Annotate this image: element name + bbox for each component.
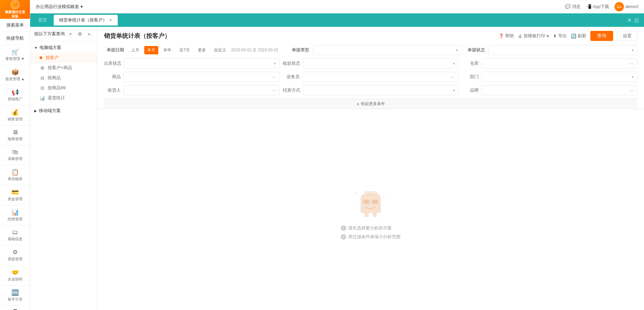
page-actions: ❓ 帮助 🖨 按模板打印 ▾ ⬆ 导出 🔄 <box>498 31 637 41</box>
outstatus-label: 出库状态 <box>104 60 121 66</box>
date-btn-7days[interactable]: 近7天 <box>176 46 193 54</box>
settings-button[interactable]: 设置 <box>617 31 637 41</box>
table-icon2: ⊟ <box>40 85 45 91</box>
salesman-dots-icon[interactable]: ··· <box>451 74 455 80</box>
scheme-item-customer-label: 按客户 <box>46 55 59 61</box>
filter-item-settlement: 结算方式 ▾ <box>283 85 458 95</box>
product-dots-icon[interactable]: ··· <box>272 74 276 80</box>
retail-icon: 🛒 <box>1 48 29 56</box>
sidebar-item-finance[interactable]: 💳 资金管理 <box>0 185 30 205</box>
settlement-label: 结算方式 <box>283 87 300 93</box>
query-button[interactable]: 查询 <box>590 31 613 41</box>
date-range-display: 2023-03-01 至 2023-03-31 <box>231 47 278 53</box>
base-icon: 🗂 <box>1 229 29 236</box>
scheme-item-by-product99[interactable]: ⊟ 按商品99 <box>30 83 97 93</box>
logo-icon: 🧡 <box>10 0 20 9</box>
scheme-item-product99-label: 按商品99 <box>48 85 65 91</box>
collapse-up-icon: ∧ <box>357 102 360 106</box>
page-title-row: 销货单统计表（按客户） ❓ 帮助 🖨 按模板打印 ▾ ⬆ <box>104 31 637 41</box>
order-status-arrow: ▾ <box>632 48 634 52</box>
header-left: 办公用品行业模拟账套 ▾ <box>36 4 83 10</box>
message-icon: 💬 <box>565 4 571 9</box>
sidebar-item-ecommerce[interactable]: 🖥 电商管理 <box>0 125 30 145</box>
tab-home[interactable]: 首页 <box>33 15 52 25</box>
scheme-item-customer-product[interactable]: ⊞ 按客户+商品 <box>30 63 97 73</box>
sidebar-item-enterprise[interactable]: 🤝 企业协同 <box>0 265 30 286</box>
order-type-label: 单据类型 <box>289 47 309 53</box>
sidebar-item-purchase[interactable]: 🛍 采购管理 <box>0 145 30 165</box>
recipient-dots-icon[interactable]: ··· <box>272 88 276 93</box>
avatar: Ea <box>614 2 624 11</box>
print-icon: 🖨 <box>518 34 522 39</box>
date-btn-custom[interactable]: 自定义 <box>211 46 229 54</box>
refresh-btn[interactable]: 🔄 刷新 <box>571 33 586 39</box>
app-download-btn[interactable]: 📲 App下载 <box>586 4 609 10</box>
payment-dropdown[interactable]: ▾ <box>303 58 458 68</box>
outstatus-dropdown[interactable]: ▾ <box>124 58 279 68</box>
order-type-dropdown[interactable]: ▾ <box>313 45 462 55</box>
brand-field[interactable]: ··· <box>481 85 637 95</box>
collapse-panel-btn[interactable]: « <box>86 30 93 38</box>
account-selector[interactable]: 办公用品行业模拟账套 ▾ <box>36 4 83 10</box>
user-profile[interactable]: Ea demo2 <box>614 2 639 11</box>
sidebar-item-retail[interactable]: 🛒 零售管理 ▼ <box>0 45 30 65</box>
sidebar-item-appcenter[interactable]: 📱 应用中心 <box>0 306 30 310</box>
warehouse-dots-icon[interactable]: ··· <box>630 61 634 66</box>
logo-text: 畅捷通好生意 <box>5 10 25 14</box>
scheme-group-pc-title[interactable]: ▼ 电脑端方案 <box>30 43 97 53</box>
sidebar-item-base[interactable]: 🗂 基础信息 <box>0 225 30 245</box>
svg-rect-2 <box>372 200 378 204</box>
filter-item-brand: 品牌 ··· <box>462 85 637 95</box>
recipient-field[interactable]: ··· <box>123 85 279 95</box>
settlement-dropdown[interactable]: ▾ <box>303 85 458 95</box>
filter-item-outstatus: 出库状态 ▾ <box>104 58 279 68</box>
tab-close-icon[interactable]: ✕ <box>109 18 112 22</box>
scheme-item-return-stats[interactable]: 📊 退货统计 <box>30 93 97 103</box>
order-status-dropdown[interactable]: ▾ <box>488 45 637 55</box>
help-btn[interactable]: ❓ 帮助 <box>498 33 514 39</box>
brand-dots-icon[interactable]: ··· <box>630 88 634 93</box>
filter-item-department: 部门 ▾ <box>462 72 637 82</box>
scheme-item-by-product[interactable]: ⊟ 按商品 <box>30 73 97 83</box>
tip-num-2: 2 <box>341 234 346 240</box>
refresh-icon: 🔄 <box>571 34 576 39</box>
product-field[interactable]: ··· <box>123 72 279 82</box>
window-restore-icon[interactable]: ⊡ <box>634 17 639 23</box>
tip-text-2: 用过滤条件来缩小分析范围 <box>348 234 400 240</box>
settings-scheme-btn[interactable]: ⚙ <box>76 30 84 38</box>
sidebar-item-guide[interactable]: 🆕 新手引导 <box>0 286 30 306</box>
scheme-item-return-label: 退货统计 <box>48 95 65 101</box>
sidebar-item-operations[interactable]: 📊 经营管理 <box>0 205 30 225</box>
department-label: 部门 <box>462 74 479 80</box>
salesman-field[interactable]: ··· <box>302 72 458 82</box>
warehouse-field[interactable]: ··· <box>481 58 637 68</box>
sidebar-item-system[interactable]: ⚙ 系统管理 <box>0 245 30 265</box>
tab-sales-stats[interactable]: 销货单统计表（按客户） ✕ <box>54 15 118 25</box>
sidebar-item-shortcut[interactable]: 快捷导航 <box>2 32 28 45</box>
empty-tips: 1 请先选择要分析的方案 2 用过滤条件来缩小分析范围 <box>341 225 400 240</box>
scheme-group-mobile-title[interactable]: ▶ 移动端方案 <box>30 106 97 116</box>
sidebar-item-marketing[interactable]: 📢 营销推广 <box>0 85 30 105</box>
sidebar-item-sales[interactable]: 💰 销售管理 <box>0 105 30 125</box>
export-btn[interactable]: ⬆ 导出 <box>553 33 567 39</box>
sidebar-item-inventory[interactable]: 📋 库存核算 <box>0 165 30 185</box>
sidebar-item-base-label: 基础信息 <box>1 237 29 242</box>
department-dropdown[interactable]: ▾ <box>481 72 637 82</box>
scheme-item-by-customer[interactable]: 按客户 <box>30 53 97 63</box>
date-btn-this-month[interactable]: 本月 <box>144 46 158 54</box>
date-btn-last-month[interactable]: 上月 <box>128 46 142 54</box>
collapse-bar[interactable]: ∧ 收起更多条件 <box>104 99 637 109</box>
sidebar-item-system-label: 系统管理 <box>1 257 29 262</box>
sidebar-item-search[interactable]: 搜索菜单 <box>2 19 28 32</box>
message-btn[interactable]: 💬 消息 <box>565 4 581 10</box>
svg-text:✦: ✦ <box>354 191 357 196</box>
date-btn-more[interactable]: 更多 <box>195 46 209 54</box>
date-btn-this-year[interactable]: 本年 <box>160 46 174 54</box>
svg-rect-6 <box>365 212 369 217</box>
sidebar-item-finance-label: 资金管理 <box>1 197 29 202</box>
tab-home-label: 首页 <box>38 17 47 23</box>
sidebar-item-wholesale[interactable]: 📦 批发管理 ▲ <box>0 65 30 85</box>
print-btn[interactable]: 🖨 按模板打印 ▾ <box>518 33 549 39</box>
window-close-icon[interactable]: ✕ <box>627 17 632 23</box>
add-scheme-btn[interactable]: + <box>67 30 74 38</box>
